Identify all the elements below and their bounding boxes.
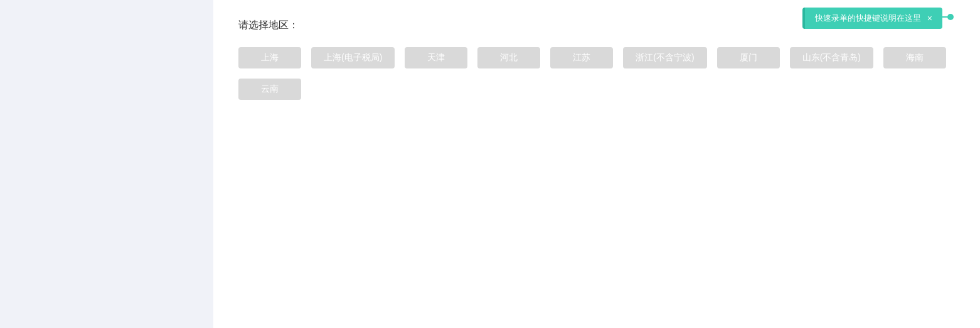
tooltip-banner: 快速录单的快捷键说明在这里 ×: [802, 8, 942, 29]
main-content: 请选择地区： 上海上海(电子税局)天津河北江苏浙江(不含宁波)厦门山东(不含青岛…: [213, 0, 980, 328]
region-button-jiangsu[interactable]: 江苏: [550, 47, 613, 68]
region-button-shanghai[interactable]: 上海: [238, 47, 301, 68]
region-button-yunnan[interactable]: 云南: [238, 79, 301, 100]
region-button-shandong[interactable]: 山东(不含青岛): [790, 47, 873, 68]
region-button-tianjin[interactable]: 天津: [405, 47, 467, 68]
region-button-zhejiang[interactable]: 浙江(不含宁波): [623, 47, 706, 68]
tooltip-text: 快速录单的快捷键说明在这里: [815, 13, 921, 24]
left-sidebar: [0, 0, 213, 328]
region-button-hainan[interactable]: 海南: [883, 47, 946, 68]
region-button-xiamen[interactable]: 厦门: [717, 47, 780, 68]
region-buttons-container: 上海上海(电子税局)天津河北江苏浙江(不含宁波)厦门山东(不含青岛)海南云南: [238, 47, 955, 100]
region-button-shanghai-etax[interactable]: 上海(电子税局): [311, 47, 395, 68]
tooltip-dot: [947, 14, 954, 20]
tooltip-close-button[interactable]: ×: [927, 14, 932, 23]
region-button-hebei[interactable]: 河北: [477, 47, 540, 68]
